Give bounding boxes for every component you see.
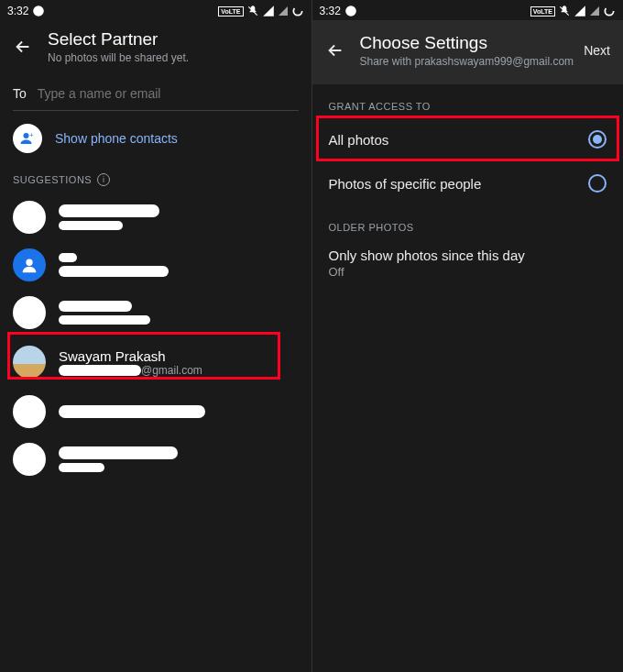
- screen-title: Select Partner: [48, 29, 299, 50]
- reddit-icon: [344, 5, 357, 17]
- redacted-text: [59, 253, 169, 277]
- header-bar: Choose Settings Share with prakashswayam…: [312, 20, 624, 84]
- to-label: To: [13, 86, 27, 101]
- redacted-text: [59, 301, 150, 325]
- older-photos-setting[interactable]: Only show photos since this day Off: [312, 238, 624, 288]
- option-all-photos[interactable]: All photos: [312, 117, 624, 161]
- avatar: [13, 296, 46, 329]
- next-button[interactable]: Next: [584, 43, 610, 58]
- partner-input[interactable]: [38, 86, 299, 101]
- avatar: [13, 248, 46, 281]
- to-field-row: To: [0, 77, 312, 110]
- redacted-text: [59, 365, 141, 376]
- reddit-icon: [32, 5, 45, 17]
- svg-point-6: [345, 6, 356, 17]
- svg-point-5: [26, 259, 32, 266]
- contact-name: Swayam Prakash: [59, 348, 202, 364]
- svg-point-8: [605, 6, 613, 15]
- grant-access-label: GRANT ACCESS TO: [312, 84, 624, 117]
- back-icon[interactable]: [13, 37, 33, 57]
- header-bar: Select Partner No photos will be shared …: [0, 20, 312, 77]
- volte-badge: VoLTE: [218, 6, 243, 17]
- radio-unselected-icon: [588, 174, 607, 193]
- svg-text:+: +: [29, 131, 34, 139]
- screen-title: Choose Settings: [360, 33, 585, 53]
- signal2-icon: [278, 6, 289, 17]
- status-time: 3:32: [320, 5, 341, 17]
- mute-icon: [558, 5, 571, 17]
- add-contact-icon: +: [13, 124, 42, 153]
- older-photos-label: OLDER PHOTOS: [312, 205, 624, 238]
- loading-icon: [603, 5, 616, 17]
- status-icons: VoLTE: [218, 5, 303, 17]
- redacted-text: [59, 405, 205, 418]
- screen-subtitle: No photos will be shared yet.: [48, 51, 299, 64]
- list-item-selected[interactable]: Swayam Prakash @gmail.com: [0, 336, 312, 388]
- avatar: [13, 443, 46, 476]
- signal2-icon: [589, 6, 600, 17]
- info-icon[interactable]: i: [97, 173, 110, 186]
- screen-subtitle: Share with prakashswayam999@gmail.com: [360, 55, 585, 68]
- status-bar: 3:32 VoLTE: [0, 0, 312, 20]
- option-label: Photos of specific people: [329, 176, 482, 192]
- list-item[interactable]: [0, 193, 312, 241]
- option-label: All photos: [329, 132, 389, 148]
- suggestions-label-row: SUGGESTIONS i: [0, 166, 312, 193]
- svg-point-3: [24, 133, 29, 138]
- list-item[interactable]: [0, 289, 312, 336]
- svg-point-0: [34, 6, 45, 17]
- avatar: [13, 346, 46, 379]
- avatar: [13, 395, 46, 428]
- option-specific-people[interactable]: Photos of specific people: [312, 161, 624, 205]
- show-contacts-link: Show phone contacts: [55, 131, 178, 146]
- show-contacts-row[interactable]: + Show phone contacts: [0, 111, 312, 166]
- redacted-text: [59, 204, 159, 230]
- radio-selected-icon: [588, 130, 607, 149]
- svg-point-2: [293, 6, 301, 15]
- mute-icon: [246, 5, 259, 17]
- contact-email-suffix: @gmail.com: [141, 364, 202, 377]
- redacted-text: [59, 446, 178, 472]
- volte-badge: VoLTE: [530, 6, 555, 17]
- list-item[interactable]: [0, 435, 312, 483]
- status-bar: 3:32 VoLTE: [312, 0, 624, 20]
- older-title: Only show photos since this day: [329, 248, 607, 263]
- status-icons: VoLTE: [530, 5, 616, 17]
- status-time: 3:32: [7, 5, 28, 17]
- list-item[interactable]: [0, 241, 312, 289]
- older-value: Off: [329, 265, 607, 279]
- avatar: [13, 201, 46, 234]
- select-partner-screen: 3:32 VoLTE Select Partner No photos will…: [0, 0, 312, 672]
- suggestions-label: SUGGESTIONS: [13, 174, 92, 185]
- signal-icon: [574, 5, 586, 17]
- choose-settings-screen: 3:32 VoLTE Choose Settings Share with pr…: [312, 0, 624, 672]
- list-item[interactable]: [0, 388, 312, 435]
- loading-icon: [291, 5, 304, 17]
- back-icon[interactable]: [325, 40, 345, 61]
- signal-icon: [262, 5, 275, 17]
